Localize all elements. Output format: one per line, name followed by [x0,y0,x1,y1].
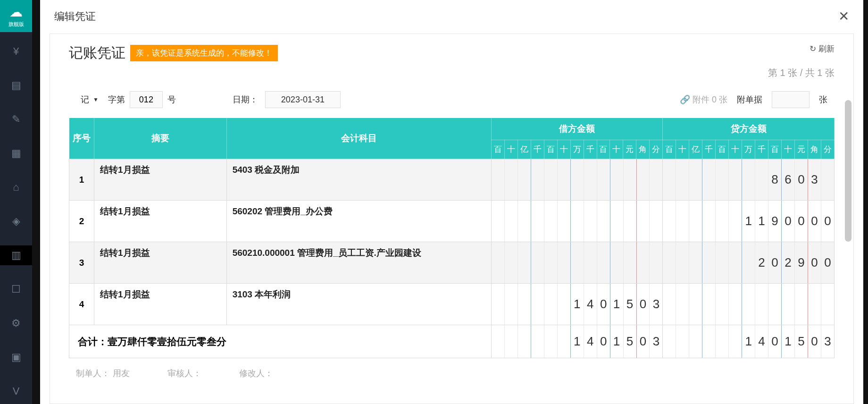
digit-cell [610,201,624,242]
digit-cell [531,325,544,358]
nav-v-icon[interactable]: V [0,381,32,401]
digit-cell [505,242,518,283]
digit-cell [558,201,571,242]
total-label: 合计：壹万肆仟零壹拾伍元零叁分 [69,325,491,358]
attach-sheet-input[interactable] [772,91,810,108]
digit-cell [702,325,716,358]
digit-cell: 0 [597,325,610,358]
digit-cell: 1 [610,284,624,325]
nav-currency-icon[interactable]: ¥ [0,42,32,61]
digit-cell [742,159,755,200]
amount-cell[interactable]: 1401503 [663,325,835,358]
amount-cell[interactable] [492,159,663,201]
digit-cell [729,159,742,200]
digit-cell [663,284,676,325]
auditor-label: 审核人： [167,369,201,378]
scrollbar[interactable] [845,100,851,242]
content-wrap: 记账凭证 亲，该凭证是系统生成的，不能修改！ ↻ 刷新 第 1 张 / 共 1 … [50,34,854,404]
digit-cell [821,159,834,200]
seq-cell: 4 [69,284,94,325]
digit-cell [729,242,742,283]
nav-settings-icon[interactable]: ⚙ [0,313,32,333]
close-icon[interactable]: ✕ [838,8,849,24]
date-input[interactable] [265,91,341,108]
digit-cell [650,201,662,242]
amount-cell[interactable]: 1401503 [492,325,663,358]
account-cell[interactable]: 560210.000001 管理费用_员工工资.产业园建设 [226,242,491,284]
unit-header: 亿 [517,140,531,159]
account-cell[interactable]: 560202 管理费用_办公费 [226,201,491,242]
digit-cell: 0 [795,201,808,242]
digit-cell [571,159,584,200]
digit-cell [729,284,742,325]
refresh-icon: ↻ [810,44,816,54]
digit-cell [518,284,531,325]
digit-cell: 9 [768,201,782,242]
digit-cell [558,325,571,358]
amount-cell[interactable] [492,242,663,284]
digit-cell [821,284,834,325]
digit-cell: 1 [782,325,795,358]
digit-cell [650,242,662,283]
seq-cell: 1 [69,159,94,201]
account-cell[interactable]: 5403 税金及附加 [226,159,491,201]
digit-cell: 4 [584,284,597,325]
unit-header: 百 [768,140,781,159]
digit-cell [755,159,768,200]
amount-cell[interactable] [663,284,835,325]
digit-cell [729,325,742,358]
amount-cell[interactable]: 1190000 [663,201,835,242]
digit-cell: 6 [782,159,795,200]
unit-header: 百 [716,140,729,159]
record-type-select[interactable]: 记 ▼ [76,92,103,107]
voucher-no-input[interactable] [130,91,163,108]
seq-cell: 2 [69,201,94,242]
unit-header: 十 [676,140,689,159]
digit-cell [637,159,650,200]
digit-cell [571,201,584,242]
cloud-upload-icon: ☁ [9,4,23,20]
digit-cell: 9 [795,242,808,283]
attachment-label: 附件 0 张 [693,94,727,105]
unit-header: 分 [821,140,834,159]
summary-cell[interactable]: 结转1月损益 [94,201,226,242]
nav-chart-icon[interactable]: ✎ [0,109,32,129]
digit-cell [531,284,544,325]
digit-cell [558,284,571,325]
unit-header: 千 [531,140,544,159]
nav-home-icon[interactable]: ⌂ [0,177,32,197]
digit-cell: 0 [637,284,650,325]
digit-cell: 0 [795,159,808,200]
nav-calc-icon[interactable]: ▦ [0,143,32,163]
nav-building-icon[interactable]: ▤ [0,76,32,95]
amount-cell[interactable] [492,201,663,242]
nav-video-icon[interactable]: ▣ [0,347,32,367]
amount-cell[interactable]: 8603 [663,159,835,201]
attachment-link[interactable]: 🔗 附件 0 张 [680,94,727,105]
col-summary: 摘要 [94,118,226,159]
nav-report-icon[interactable]: ☐ [0,279,32,299]
summary-cell[interactable]: 结转1月损益 [94,284,226,325]
amount-cell[interactable]: 202900 [663,242,835,284]
digit-cell [702,159,716,200]
digit-cell [676,284,689,325]
digit-cell [637,201,650,242]
pager: 第 1 张 / 共 1 张 [69,67,835,79]
sidebar: ☁ 旗舰版 ¥ ▤ ✎ ▦ ⌂ ◈ ▥ ☐ ⚙ ▣ V [0,0,32,404]
digit-cell [531,201,544,242]
account-cell[interactable]: 3103 本年利润 [226,284,491,325]
nav-voucher-icon[interactable]: ▥ [0,245,32,265]
summary-cell[interactable]: 结转1月损益 [94,242,226,284]
digit-cell: 1 [571,284,584,325]
digit-cell [531,242,544,283]
digit-cell [624,159,637,200]
nav-invoice-icon[interactable]: ◈ [0,211,32,231]
amount-cell[interactable]: 1401503 [492,284,663,325]
summary-cell[interactable]: 结转1月损益 [94,159,226,201]
digit-cell [689,201,702,242]
digit-cell: 3 [808,159,821,200]
digit-cell [689,325,702,358]
attach-sheet-unit: 张 [819,94,827,105]
meta-row: 记 ▼ 字第 号 日期： 🔗 附件 0 张 附单据 [69,91,835,118]
refresh-button[interactable]: ↻ 刷新 [810,43,835,54]
